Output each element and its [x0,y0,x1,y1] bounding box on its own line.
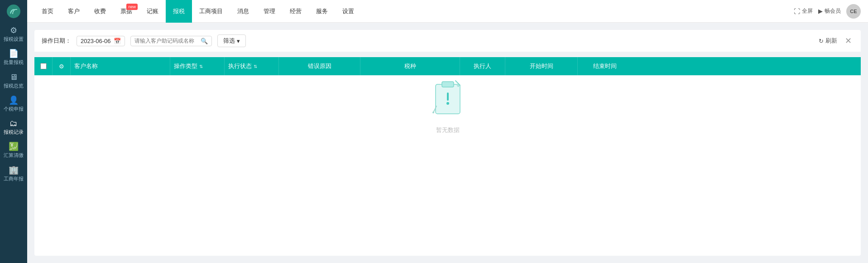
sidebar-item-batch-tax[interactable]: 📄 批量报税 [0,46,27,69]
empty-state-illustration [427,75,468,121]
nav-invoices[interactable]: 票据 new [113,0,139,23]
tax-settings-icon: ⚙ [10,26,17,34]
topnav-right: ⛶ 全屏 ▶ 畅会员 CE [794,4,861,19]
empty-state-text: 暂无数据 [436,126,460,134]
sidebar-item-tax-records[interactable]: 🗂 报税记录 [0,116,27,139]
sidebar-item-annual-report[interactable]: 🏢 工商年报 [0,162,27,185]
sort-icon-status: ⇅ [254,64,257,69]
th-executor: 执行人 [460,57,505,75]
settings-gear-icon: ⚙ [59,63,64,70]
empty-state: 暂无数据 [34,75,861,134]
fullscreen-icon: ⛶ [794,8,800,15]
nav-management[interactable]: 管理 [256,0,283,23]
page-toolbar: 操作日期： 2023-06-06 📅 🔍 筛选 ▾ ↻ 刷新 ✕ [34,30,861,52]
batch-tax-icon: 📄 [9,49,19,58]
search-box[interactable]: 🔍 [130,36,212,46]
refresh-button[interactable]: ↻ 刷新 [819,37,837,45]
search-icon: 🔍 [201,38,208,44]
settlement-icon: 💹 [9,142,19,151]
fullscreen-button[interactable]: ⛶ 全屏 [794,7,813,15]
search-input[interactable] [134,38,198,44]
nav-business[interactable]: 工商项目 [192,0,230,23]
sidebar-item-tax-summary[interactable]: 🖥 报税总览 [0,69,27,93]
th-error-reason: 错误原因 [279,57,360,75]
date-value: 2023-06-06 [81,38,111,44]
tax-summary-icon: 🖥 [10,73,18,81]
date-label: 操作日期： [42,37,71,45]
th-operation-type[interactable]: 操作类型 ⇅ [170,57,225,75]
member-icon: ▶ [818,8,823,15]
th-start-time: 开始时间 [505,57,578,75]
th-execution-status[interactable]: 执行状态 ⇅ [225,57,279,75]
user-avatar[interactable]: CE [846,4,861,19]
date-picker[interactable]: 2023-06-06 📅 [77,36,125,46]
svg-point-8 [432,112,434,113]
annual-report-icon: 🏢 [9,166,19,174]
nav-tax[interactable]: 报税 [166,0,192,23]
nav-finance[interactable]: 经营 [283,0,309,23]
th-settings: ⚙ [53,57,71,75]
filter-button[interactable]: 筛选 ▾ [217,34,246,47]
th-end-time: 结束时间 [578,57,632,75]
personal-tax-icon: 👤 [9,96,19,104]
table-header: ⚙ 客户名称 操作类型 ⇅ 执行状态 ⇅ 错误原因 税种 [34,57,861,75]
nav-items: 首页 客户 收费 票据 new 记账 报税 工商项目 消息 [34,0,794,23]
app-logo [0,0,27,23]
tax-records-icon: 🗂 [10,119,18,127]
page-content: 操作日期： 2023-06-06 📅 🔍 筛选 ▾ ↻ 刷新 ✕ [27,23,868,263]
nav-settings[interactable]: 设置 [335,0,361,23]
svg-point-3 [446,102,449,105]
nav-services[interactable]: 服务 [309,0,335,23]
nav-customers[interactable]: 客户 [61,0,87,23]
data-table: ⚙ 客户名称 操作类型 ⇅ 执行状态 ⇅ 错误原因 税种 [34,57,861,256]
nav-home[interactable]: 首页 [34,0,61,23]
chevron-down-icon: ▾ [237,38,240,44]
th-checkbox[interactable] [34,57,53,75]
svg-rect-2 [442,82,454,87]
nav-billing[interactable]: 收费 [87,0,113,23]
close-button[interactable]: ✕ [843,35,854,46]
sidebar: ⚙ 报税设置 📄 批量报税 🖥 报税总览 👤 个税申报 🗂 报税记录 💹 汇算清… [0,0,27,263]
calendar-icon: 📅 [114,38,121,44]
nav-accounts[interactable]: 记账 [139,0,166,23]
sidebar-item-personal-tax[interactable]: 👤 个税申报 [0,93,27,116]
refresh-icon: ↻ [819,38,824,44]
table-body: 暂无数据 [34,75,861,256]
new-badge: new [126,4,138,10]
th-client-name: 客户名称 [71,57,170,75]
svg-rect-4 [447,93,449,101]
th-tax-type: 税种 [360,57,460,75]
sort-icon-operation: ⇅ [199,64,203,69]
top-navigation: 首页 客户 收费 票据 new 记账 报税 工商项目 消息 [27,0,868,23]
member-button[interactable]: ▶ 畅会员 [818,7,841,15]
filter-label: 筛选 [223,37,235,45]
main-area: 首页 客户 收费 票据 new 记账 报税 工商项目 消息 [27,0,868,263]
sidebar-item-tax-settings[interactable]: ⚙ 报税设置 [0,23,27,46]
sidebar-item-settlement[interactable]: 💹 汇算清缴 [0,139,27,162]
nav-messages[interactable]: 消息 [230,0,256,23]
select-all-checkbox[interactable] [40,63,47,69]
